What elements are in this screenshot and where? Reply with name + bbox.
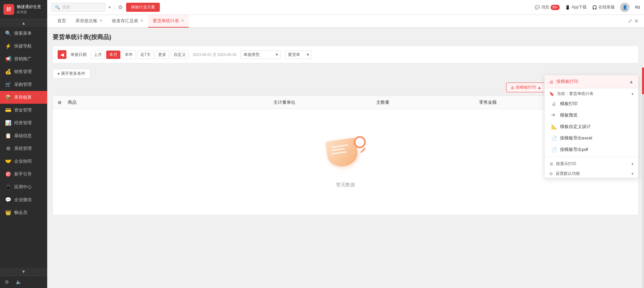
sidebar-item-marketing[interactable]: 📢 营销推广 [0,53,47,65]
avatar[interactable]: 👤 [620,3,630,12]
display-print-section[interactable]: 🖥 按显示打印 ▾ [545,158,638,168]
topbar-dropdown-icon[interactable]: ▾ [109,5,111,10]
right-scrollbar[interactable] [642,67,644,288]
trial-button[interactable]: 体验行业方案 [126,3,160,12]
current-section-icon: 🔖 [549,92,554,96]
wechat-icon: 💬 [5,197,11,203]
sidebar-item-finance[interactable]: 💳 资金管理 [0,104,47,117]
marketing-icon: 📢 [5,56,11,62]
online-service-button[interactable]: 🎧 在线客服 [592,4,615,10]
date-btn-custom[interactable]: 自定义 [171,51,189,59]
th-unit: 主计量单位 [273,99,376,105]
quick-nav-icon: ⚡ [5,43,11,49]
print-dropdown-menu: 🖨 按模板打印 ▲ 🔖 当前：要货单统计表 ▾ 🖨 模板打印 👁 模板预览 [544,75,639,178]
scrollbar-thumb[interactable] [642,67,644,94]
enterprise-icon: 🤝 [5,158,11,164]
logo-text: 畅捷通好生意 标准版 [17,4,41,14]
newbie-icon: 🎯 [5,171,11,177]
tab-close-order-summary[interactable]: ✕ [181,19,184,23]
th-product: 商品 [68,99,273,105]
purchase-icon: 🛒 [5,82,11,88]
dropdown-close-button[interactable]: ▲ [629,79,634,84]
current-section[interactable]: 🔖 当前：要货单统计表 ▾ [545,88,638,98]
inventory-icon: 📦 [5,94,11,100]
template-preview-icon: 👁 [551,113,557,118]
sidebar-bottom: ⚙ 🔈 [0,276,47,288]
tabs-bar: 首页 库存批次账 ✕ 收发存汇总表 ✕ 要货单统计表 ✕ ⤢ ✕ [47,15,644,28]
sidebar-item-purchase[interactable]: 🛒 采购管理 [0,78,47,91]
settings-icon[interactable]: ⚙ [5,279,9,285]
app-download-button[interactable]: 📱 App下载 [565,4,587,10]
sidebar-item-sales[interactable]: 💰 销售管理 [0,65,47,78]
document-type-select[interactable]: 单据类型 ▾ [240,51,281,59]
sidebar-item-member[interactable]: 👑 畅会员 [0,206,47,219]
tab-receipt-summary[interactable]: 收发存汇总表 ✕ [107,15,148,28]
topbar-search[interactable]: 🔍 搜索 [51,3,105,12]
dropdown-item-template-preview[interactable]: 👁 模板预览 [545,109,638,121]
headset-icon: 🎧 [592,5,597,10]
main-area: 🔍 搜索 ▾ ⚙ 体验行业方案 💬 消息 99+ 📱 App下载 🎧 在线客服 … [47,0,644,288]
sidebar-item-wechat[interactable]: 💬 企业微信 [0,193,47,206]
sidebar-item-quick-nav[interactable]: ⚡ 快捷导航 [0,40,47,53]
expand-icon: ▾ [58,71,60,76]
topbar-right: 💬 消息 99+ 📱 App下载 🎧 在线客服 👤 Rit [535,3,640,12]
system-icon: ⚙ [5,146,11,152]
topbar: 🔍 搜索 ▾ ⚙ 体验行业方案 💬 消息 99+ 📱 App下载 🎧 在线客服 … [47,0,644,15]
print-icon: 🖨 [510,85,515,90]
dropdown-item-export-excel[interactable]: 📄 按模板导出excel [545,132,638,144]
sidebar-nav: 🔍 搜索菜单 ⚡ 快捷导航 📢 营销推广 💰 销售管理 🛒 采购管理 📦 库存核… [0,27,47,268]
th-settings[interactable]: ⚙ [58,100,68,105]
sidebar-item-basic-info[interactable]: 📋 基础信息 [0,129,47,142]
page-title: 要货单统计表(按商品) [53,33,639,41]
sidebar-scroll-down[interactable]: ▼ [0,268,47,276]
tab-close-receipt-summary[interactable]: ✕ [140,19,143,23]
date-btn-7days[interactable]: 近7天 [137,51,154,59]
sidebar-item-enterprise[interactable]: 🤝 企业协同 [0,155,47,168]
display-print-chevron: ▾ [632,162,634,166]
sidebar-scroll-up[interactable]: ▲ [0,19,47,27]
tab-batch-account[interactable]: 库存批次账 ✕ [71,15,107,28]
dropdown-item-template-design[interactable]: 📐 模板自定义设计 [545,121,638,132]
default-function-section[interactable]: ⚙ 设置默认功能 ▾ [545,168,638,178]
sidebar-item-app-center[interactable]: 📱 应用中心 [0,181,47,193]
print-template-button[interactable]: 🖨 按模板打印 ▲ [506,83,546,92]
tab-order-summary[interactable]: 要货单统计表 ✕ [148,15,189,28]
tab-home[interactable]: 首页 [53,15,71,28]
cargo-dropdown-icon: ▾ [307,52,309,57]
cargo-filter-select[interactable]: 要货单 ▾ [285,51,312,59]
topbar-search-icon: 🔍 [55,5,60,10]
tab-close-all-button[interactable]: ✕ [634,18,639,24]
topbar-gear-icon[interactable]: ⚙ [118,4,123,10]
date-btn-last-month[interactable]: 上月 [91,51,105,59]
date-btn-this-month[interactable]: 本月 [106,51,120,59]
sound-icon[interactable]: 🔈 [16,279,22,285]
operations-icon: 📊 [5,120,11,126]
dropdown-item-template-print[interactable]: 🖨 模板打印 [545,98,638,109]
messages-button[interactable]: 💬 消息 99+ [535,4,560,10]
date-filter-group: 上月 本月 本年 近7天 更多 自定义 [91,51,189,59]
sidebar-item-newbie[interactable]: 🎯 新手引导 [0,168,47,181]
dropdown-item-export-pdf[interactable]: 📄 按模板导出pdf [545,144,638,155]
default-function-icon: ⚙ [549,171,553,176]
username-label: Rit [635,5,640,10]
date-btn-this-year[interactable]: 本年 [122,51,136,59]
sidebar-item-search[interactable]: 🔍 搜索菜单 [0,27,47,40]
print-dropdown-icon: ▲ [537,85,541,90]
sidebar: 好 畅捷通好生意 标准版 ▲ 🔍 搜索菜单 ⚡ 快捷导航 📢 营销推广 💰 销售… [0,0,47,288]
messages-icon: 💬 [535,5,540,10]
logo-icon: 好 [3,4,14,15]
printer-icon: 🖨 [549,79,554,84]
date-btn-more[interactable]: 更多 [155,51,169,59]
filter-expand-button[interactable]: ◀ [58,50,66,59]
display-print-icon: 🖥 [549,162,553,166]
sidebar-item-operations[interactable]: 📊 经营管理 [0,117,47,129]
basic-info-icon: 📋 [5,133,11,139]
tab-maximize-button[interactable]: ⤢ [628,18,632,24]
app-download-icon: 📱 [565,5,570,10]
expand-more-button[interactable]: ▾ 展开更多条件 [53,69,90,78]
messages-badge: 99+ [551,5,560,10]
sidebar-item-inventory[interactable]: 📦 库存核算 [0,91,47,104]
template-design-icon: 📐 [551,124,557,129]
sidebar-item-system[interactable]: ⚙ 系统管理 [0,142,47,155]
tab-close-batch-account[interactable]: ✕ [99,19,103,23]
